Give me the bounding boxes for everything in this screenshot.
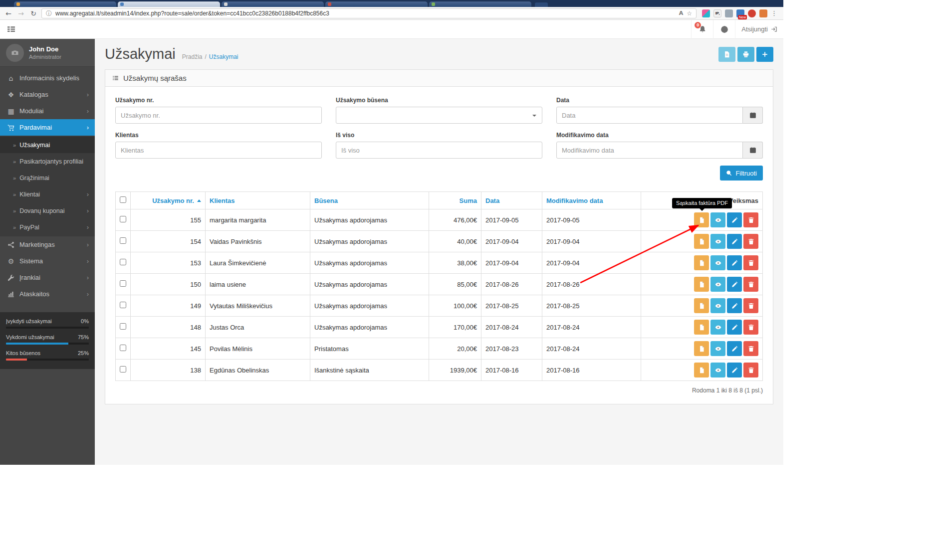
extension-icon[interactable] bbox=[759, 9, 767, 17]
reload-icon[interactable]: ↻ bbox=[29, 10, 38, 17]
order-nr-input[interactable] bbox=[115, 107, 322, 124]
sidebar-item-katalogas[interactable]: ❖Katalogas› bbox=[0, 86, 95, 103]
sidebar-item-ataskaitos[interactable]: Ataskaitos› bbox=[0, 286, 95, 302]
sort-total[interactable]: Suma bbox=[460, 197, 477, 204]
extension-icon[interactable] bbox=[725, 9, 733, 17]
browser-tab-active[interactable] bbox=[118, 1, 220, 7]
translate-icon[interactable]: A bbox=[679, 10, 684, 16]
delete-button[interactable] bbox=[743, 341, 758, 356]
sidebar-item-moduliai[interactable]: ▦Moduliai› bbox=[0, 103, 95, 119]
print-invoice-button[interactable] bbox=[718, 47, 735, 62]
modified-date-input[interactable] bbox=[556, 142, 743, 159]
sidebar-item-pardavimai[interactable]: Pardavimai› bbox=[0, 119, 95, 136]
filter-button[interactable]: Filtruoti bbox=[720, 166, 763, 181]
browser-tab[interactable] bbox=[14, 1, 116, 7]
back-icon[interactable]: ← bbox=[4, 10, 13, 17]
view-button[interactable] bbox=[710, 341, 725, 356]
view-button[interactable] bbox=[710, 363, 725, 377]
page-info-icon[interactable]: ⓘ bbox=[46, 10, 52, 16]
browser-tab[interactable] bbox=[325, 1, 428, 7]
sidebar-subitem-užsakymai[interactable]: »Užsakymai bbox=[0, 137, 95, 153]
browser-tab[interactable] bbox=[429, 1, 531, 7]
bookmark-star-icon[interactable]: ☆ bbox=[687, 10, 692, 16]
sidebar-subitem-grąžinimai[interactable]: »Grąžinimai bbox=[0, 170, 95, 186]
language-button[interactable] bbox=[713, 20, 735, 39]
notifications-button[interactable]: 0 bbox=[691, 20, 713, 39]
breadcrumb-home[interactable]: Pradžia bbox=[182, 53, 203, 60]
total-input[interactable] bbox=[336, 142, 542, 159]
delete-button[interactable] bbox=[743, 320, 758, 335]
edit-button[interactable] bbox=[727, 320, 742, 335]
sidebar-item-marketingas[interactable]: Marketingas› bbox=[0, 236, 95, 253]
browser-menu-icon[interactable]: ⋮ bbox=[771, 10, 777, 16]
invoice-pdf-button[interactable] bbox=[694, 277, 709, 292]
sort-order-nr[interactable]: Užsakymo nr. bbox=[152, 197, 201, 204]
color-picker-extension-icon[interactable] bbox=[702, 9, 710, 17]
invoice-pdf-button[interactable] bbox=[694, 363, 709, 377]
forward-icon[interactable]: → bbox=[16, 10, 25, 17]
view-button[interactable] bbox=[710, 298, 725, 313]
delete-button[interactable] bbox=[743, 298, 758, 313]
invoice-pdf-button[interactable] bbox=[694, 341, 709, 356]
delete-button[interactable] bbox=[743, 212, 758, 227]
edit-button[interactable] bbox=[727, 277, 742, 292]
view-button[interactable] bbox=[710, 320, 725, 335]
print-shipping-list-button[interactable] bbox=[737, 47, 754, 62]
logout-button[interactable]: Atsijungti bbox=[735, 20, 783, 39]
sidebar-subitem-pasikartojantys-profiliai[interactable]: »Pasikartojantys profiliai bbox=[0, 153, 95, 170]
sort-status[interactable]: Būsena bbox=[314, 197, 338, 204]
date-input[interactable] bbox=[556, 107, 743, 124]
edit-button[interactable] bbox=[727, 255, 742, 270]
edit-button[interactable] bbox=[727, 363, 742, 377]
row-checkbox[interactable] bbox=[120, 302, 126, 308]
invoice-pdf-button[interactable] bbox=[694, 212, 709, 227]
edit-button[interactable] bbox=[727, 234, 742, 249]
edit-button[interactable] bbox=[727, 341, 742, 356]
delete-button[interactable] bbox=[743, 277, 758, 292]
modified-date-calendar-button[interactable] bbox=[743, 142, 763, 159]
view-button[interactable] bbox=[710, 277, 725, 292]
delete-button[interactable] bbox=[743, 255, 758, 270]
row-checkbox[interactable] bbox=[120, 323, 126, 330]
order-status-select[interactable] bbox=[336, 107, 542, 124]
invoice-pdf-button[interactable] bbox=[694, 234, 709, 249]
breadcrumb-current[interactable]: Užsakymai bbox=[209, 53, 238, 60]
edit-button[interactable] bbox=[727, 298, 742, 313]
row-checkbox[interactable] bbox=[120, 345, 126, 351]
delete-button[interactable] bbox=[743, 363, 758, 377]
invoice-pdf-button[interactable] bbox=[694, 320, 709, 335]
browser-tab[interactable] bbox=[222, 1, 324, 7]
view-button[interactable] bbox=[710, 234, 725, 249]
select-all-checkbox[interactable] bbox=[120, 196, 126, 203]
row-checkbox[interactable] bbox=[120, 259, 126, 265]
sort-modified[interactable]: Modifikavimo data bbox=[546, 197, 603, 204]
invoice-pdf-button[interactable] bbox=[694, 298, 709, 313]
sort-customer[interactable]: Klientas bbox=[210, 197, 235, 204]
row-checkbox[interactable] bbox=[120, 366, 126, 373]
sidebar-subitem-paypal[interactable]: »PayPal› bbox=[0, 219, 95, 235]
trash-icon bbox=[748, 217, 754, 223]
sidebar-subitem-dovanų-kuponai[interactable]: »Dovanų kuponai› bbox=[0, 202, 95, 219]
add-order-button[interactable] bbox=[756, 47, 773, 62]
address-bar[interactable]: ⓘ www.agregatai.lt/siteadmin14/index.php… bbox=[41, 8, 697, 18]
ip-extension-icon[interactable]: IP, bbox=[713, 9, 721, 17]
row-checkbox[interactable] bbox=[120, 237, 126, 244]
view-button[interactable] bbox=[710, 255, 725, 270]
row-checkbox[interactable] bbox=[120, 280, 126, 287]
invoice-pdf-button[interactable] bbox=[694, 255, 709, 270]
row-checkbox[interactable] bbox=[120, 216, 126, 222]
extension-icon[interactable] bbox=[748, 9, 756, 17]
menu-toggle-button[interactable] bbox=[0, 20, 22, 39]
sidebar-item-įrankiai[interactable]: Įrankiai› bbox=[0, 269, 95, 286]
new-tab-button[interactable] bbox=[535, 2, 548, 7]
customer-input[interactable] bbox=[115, 142, 322, 159]
sidebar-item-informacinis-skydelis[interactable]: ⌂Informacinis skydelis bbox=[0, 70, 95, 86]
view-button[interactable] bbox=[710, 212, 725, 227]
edit-button[interactable] bbox=[727, 212, 742, 227]
date-calendar-button[interactable] bbox=[743, 107, 763, 124]
sidebar-subitem-klientai[interactable]: »Klientai› bbox=[0, 186, 95, 202]
sidebar-item-sistema[interactable]: ⚙Sistema› bbox=[0, 253, 95, 269]
delete-button[interactable] bbox=[743, 234, 758, 249]
screen-capture-extension-icon[interactable]: New bbox=[736, 9, 744, 17]
sort-date[interactable]: Data bbox=[485, 197, 499, 204]
